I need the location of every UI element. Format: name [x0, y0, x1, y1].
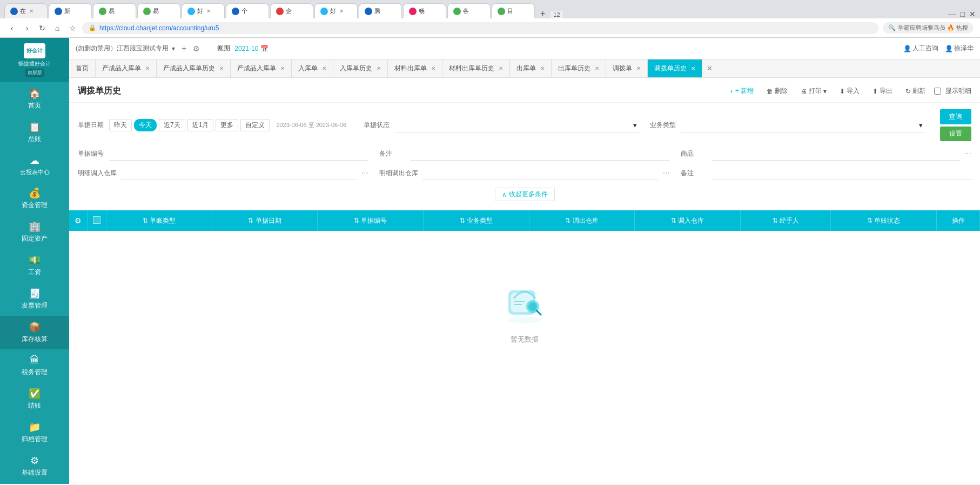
sidebar-item-settings[interactable]: ⚙ 基础设置 [0, 449, 69, 483]
detail-in-input[interactable] [121, 166, 357, 180]
sidebar-item-archive[interactable]: 📁 归档管理 [0, 416, 69, 449]
ctab-stock-out-history[interactable]: 出库单历史 ✕ [552, 59, 606, 78]
export-button[interactable]: ⬆ 导出 [868, 84, 897, 98]
goods-input[interactable] [712, 147, 960, 161]
address-bar-input[interactable]: 🔒 https://cloud.chanjet.com/accounting/u… [82, 22, 878, 34]
browser-tab-8[interactable]: 腾 [359, 3, 402, 18]
back-button[interactable]: ‹ [6, 23, 17, 34]
ctab-close-icon[interactable]: ✕ [219, 65, 224, 71]
print-button[interactable]: 🖨 打印 ▾ [796, 84, 831, 98]
th-doc-no[interactable]: ⇅ 单据编号 [318, 210, 424, 231]
date-custom[interactable]: 自定义 [240, 119, 270, 131]
sidebar-item-salary[interactable]: 💵 工资 [0, 249, 69, 282]
th-doc-date[interactable]: ⇅ 单据日期 [212, 210, 318, 231]
ctab-product-stock2[interactable]: 产成品入库单 ✕ [231, 59, 292, 78]
browser-tab-2[interactable]: 易 [93, 3, 136, 18]
date-yesterday[interactable]: 昨天 [109, 119, 132, 131]
display-toggle[interactable]: 显示明细 [934, 87, 971, 96]
ctab-stock-in[interactable]: 入库单 ✕ [292, 59, 333, 78]
ctab-close-icon[interactable]: ✕ [431, 65, 435, 71]
browser-tab-9[interactable]: 畅 [403, 3, 446, 18]
new-button[interactable]: + + 新增 [726, 84, 758, 98]
th-doc-status[interactable]: ⇅ 单账状态 [831, 210, 937, 231]
import-button[interactable]: ⬇ 导入 [835, 84, 864, 98]
sidebar-item-funds[interactable]: 💰 资金管理 [0, 182, 69, 215]
customer-service-button[interactable]: 👤 人工咨询 [903, 44, 938, 53]
ctab-close-icon[interactable]: ✕ [377, 65, 381, 71]
browser-tab-4[interactable]: 好 ✕ [182, 3, 225, 18]
browser-tab-1[interactable]: 新 [49, 3, 92, 18]
ctab-transfer-history[interactable]: 调拨单历史 ✕ [648, 59, 702, 78]
maximize-button[interactable]: □ [961, 10, 965, 18]
ctab-transfer[interactable]: 调拨单 ✕ [606, 59, 648, 78]
bookmark-button[interactable]: ☆ [67, 23, 78, 34]
new-tab-button[interactable]: + [536, 9, 549, 18]
detail-remark-input[interactable] [712, 166, 971, 180]
company-selector[interactable]: (勿删勿禁用）江西服宝测试专用 ▾ [76, 44, 175, 53]
search-bar[interactable]: 🔍 学霸应聘场驱鸟员 🔥 热搜 [883, 22, 974, 34]
date-today[interactable]: 今天 [134, 119, 157, 131]
sidebar-item-inventory[interactable]: 📦 库存核算 [0, 316, 69, 349]
sidebar-item-reports[interactable]: ☁ 云报表中心 [0, 149, 69, 182]
sidebar-item-guide[interactable]: 🎓 新手引导 [0, 483, 69, 484]
date-more[interactable]: 更多 [216, 119, 238, 131]
detail-out-more-icon[interactable]: ··· [663, 168, 670, 178]
ctab-stock-out[interactable]: 出库单 ✕ [510, 59, 552, 78]
refresh-browser-button[interactable]: ↻ [37, 23, 48, 34]
ctab-stock-in-history[interactable]: 入库单历史 ✕ [333, 59, 388, 78]
browser-tab-6[interactable]: 企 [270, 3, 313, 18]
ctab-close-icon[interactable]: ✕ [145, 65, 150, 71]
business-type-select[interactable]: ▾ [681, 118, 925, 132]
display-toggle-checkbox[interactable] [934, 88, 941, 95]
ctab-close-icon[interactable]: ✕ [636, 65, 641, 71]
ctab-close-icon[interactable]: ✕ [540, 65, 545, 71]
ctab-close-icon[interactable]: ✕ [595, 65, 599, 71]
add-company-button[interactable]: + [182, 44, 186, 54]
th-handler[interactable]: ⇅ 经手人 [741, 210, 831, 231]
sidebar-item-settlement[interactable]: ✅ 结账 [0, 382, 69, 416]
browser-tab-10[interactable]: 各 [447, 3, 491, 18]
close-all-tabs[interactable]: ✕ [702, 64, 717, 72]
ctab-close-icon[interactable]: ✕ [499, 65, 503, 71]
query-button[interactable]: 查询 [940, 109, 971, 124]
ctab-material-out-history[interactable]: 材料出库单历史 ✕ [442, 59, 510, 78]
th-out-warehouse[interactable]: ⇅ 调出仓库 [529, 210, 635, 231]
ctab-close-icon[interactable]: ✕ [322, 65, 326, 71]
close-button[interactable]: ✕ [969, 10, 976, 18]
th-biz-type[interactable]: ⇅ 业务类型 [424, 210, 529, 231]
date-7days[interactable]: 近7天 [159, 119, 185, 131]
ctab-close-icon[interactable]: ✕ [691, 65, 695, 71]
detail-out-input[interactable] [422, 166, 659, 180]
forward-button[interactable]: › [22, 23, 32, 34]
detail-in-more-icon[interactable]: ··· [361, 168, 368, 178]
browser-tab-11[interactable]: 目 [492, 3, 535, 18]
ctab-close-icon[interactable]: ✕ [280, 65, 285, 71]
browser-tab-5[interactable]: 个 [226, 3, 269, 18]
ctab-product-stock-history[interactable]: 产成品入库单历史 ✕ [157, 59, 231, 78]
calendar-icon[interactable]: 📅 [260, 45, 269, 52]
user-avatar[interactable]: 👤 徐泽华 [945, 44, 974, 53]
sidebar-item-assets[interactable]: 🏢 固定资产 [0, 215, 69, 249]
browser-tab-0[interactable]: 在 ✕ [4, 3, 48, 18]
th-gear[interactable]: ⚙ [69, 210, 88, 231]
date-1month[interactable]: 近1月 [187, 119, 214, 131]
home-button[interactable]: ⌂ [52, 23, 63, 34]
sidebar-item-tax[interactable]: 🏛 税务管理 [0, 349, 69, 382]
remark-input[interactable] [411, 147, 670, 161]
th-in-warehouse[interactable]: ⇅ 调入仓库 [635, 210, 741, 231]
sidebar-item-ledger[interactable]: 📋 总账 [0, 116, 69, 149]
delete-button[interactable]: 🗑 删除 [762, 84, 792, 98]
settings-filter-button[interactable]: 设置 [940, 127, 971, 141]
ctab-home[interactable]: 首页 [69, 59, 96, 78]
browser-tab-7[interactable]: 好 ✕ [314, 3, 358, 18]
ctab-material-out[interactable]: 材料出库单 ✕ [388, 59, 442, 78]
doc-no-input[interactable] [109, 147, 368, 161]
minimize-button[interactable]: — [949, 10, 956, 18]
ctab-product-stock[interactable]: 产成品入库单 ✕ [96, 59, 157, 78]
goods-more-icon[interactable]: ··· [964, 149, 971, 158]
refresh-button[interactable]: ↻ 刷新 [901, 84, 930, 98]
company-settings-button[interactable]: ⚙ [193, 44, 200, 53]
sidebar-item-home[interactable]: 🏠 首页 [0, 82, 69, 116]
th-doc-type[interactable]: ⇅ 单账类型 [106, 210, 212, 231]
status-select[interactable]: ▾ [395, 118, 639, 132]
